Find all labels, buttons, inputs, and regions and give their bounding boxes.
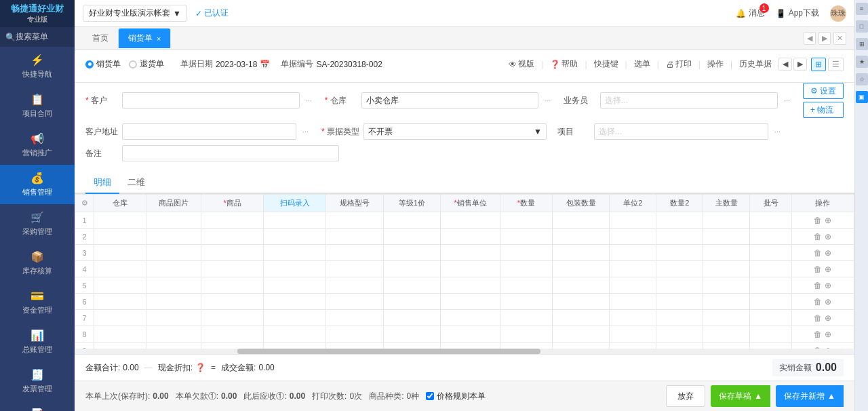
right-panel-icon-3[interactable]: ⊞	[856, 38, 868, 50]
remark-input[interactable]	[122, 145, 339, 161]
row-delete-icon-8[interactable]: 🗑	[814, 330, 822, 339]
customer-input[interactable]	[122, 92, 300, 109]
calendar-icon[interactable]: 📅	[260, 60, 270, 69]
row-delete-icon-6[interactable]: 🗑	[814, 297, 822, 307]
cell-quantity-1[interactable]	[500, 212, 553, 229]
toolbar-prev-icon[interactable]: ◀	[778, 58, 792, 71]
toolbar-next-icon[interactable]: ▶	[793, 58, 807, 71]
cell-product-1[interactable]	[201, 212, 264, 229]
toolbar-select[interactable]: 选单	[631, 57, 653, 71]
col-quickinput-header[interactable]: 扫码录入	[264, 195, 326, 212]
cell-spec-1[interactable]	[326, 212, 383, 229]
row-copy-icon-1[interactable]: ⊕	[825, 216, 831, 225]
company-selector[interactable]: 好业财专业版演示帐套 ▼	[83, 5, 187, 22]
toolbar-help[interactable]: ❓ 帮助	[547, 57, 580, 71]
cell-unit-1[interactable]	[441, 212, 500, 229]
salesperson-dots[interactable]: ···	[782, 96, 792, 104]
horizontal-scrollbar[interactable]	[85, 349, 844, 354]
address-dots[interactable]: ···	[300, 128, 311, 136]
tab-next-icon[interactable]: ▶	[818, 32, 831, 45]
cell-price1-1[interactable]	[383, 212, 440, 229]
row-delete-icon-1[interactable]: 🗑	[814, 216, 822, 225]
tab-detail-mingxi[interactable]: 明细	[85, 172, 119, 194]
cell-quickinput-1[interactable]	[264, 212, 326, 229]
messages-btn[interactable]: 🔔 消息 1	[736, 7, 765, 19]
row-delete-icon-7[interactable]: 🗑	[814, 313, 822, 323]
salesperson-input[interactable]: 选择...	[600, 92, 778, 109]
row-copy-icon-2[interactable]: ⊕	[825, 232, 831, 241]
price-check[interactable]: 价格规则本单	[426, 391, 486, 402]
sidebar-item-purchase[interactable]: 🛒 采购管理	[0, 204, 75, 243]
tab-close-all-icon[interactable]: ✕	[833, 32, 846, 45]
row-copy-icon-6[interactable]: ⊕	[825, 297, 831, 307]
table-row: 6 🗑⊕	[75, 294, 854, 310]
cell-packqty-1[interactable]	[552, 212, 609, 229]
toolbar-operations[interactable]: 操作	[705, 57, 726, 71]
project-dots[interactable]: ···	[772, 128, 783, 136]
right-panel-icon-5[interactable]: ☆	[856, 73, 868, 85]
help-icon-discount[interactable]: ❓	[195, 363, 205, 372]
sidebar-item-marketing[interactable]: 📢 营销推广	[0, 125, 75, 165]
save-new-button[interactable]: 保存并新增 ▲	[776, 385, 844, 407]
toolbar-shortcut[interactable]: 快捷键	[591, 57, 621, 71]
list-view-icon[interactable]: ☰	[828, 58, 844, 71]
price-checkbox[interactable]	[426, 392, 434, 400]
toolbar-view[interactable]: 👁 视版	[506, 57, 537, 71]
warehouse-dots[interactable]: ···	[542, 96, 553, 104]
project-icon: 📋	[31, 93, 44, 106]
setup-button[interactable]: ⚙ 设置	[803, 83, 844, 99]
cell-mainqty-1[interactable]	[703, 212, 750, 229]
radio-sales[interactable]: 销货单	[85, 58, 121, 70]
tab-home[interactable]: 首页	[83, 28, 119, 48]
sidebar-item-project[interactable]: 📋 项目合同	[0, 86, 75, 125]
cell-batchno-1[interactable]	[750, 212, 791, 229]
abandon-button[interactable]: 放弃	[666, 385, 705, 407]
row-delete-icon-5[interactable]: 🗑	[814, 281, 822, 290]
cell-qty2-1[interactable]	[656, 212, 703, 229]
row-copy-icon-7[interactable]: ⊕	[825, 313, 831, 323]
row-delete-icon-2[interactable]: 🗑	[814, 232, 822, 241]
sidebar-item-inventory[interactable]: 📦 库存核算	[0, 243, 75, 283]
scrollbar-thumb[interactable]	[237, 349, 540, 354]
user-avatar[interactable]: 珠珠	[830, 5, 846, 22]
purchase-icon: 🛒	[31, 211, 44, 224]
sidebar-item-invoice[interactable]: 🧾 发票管理	[0, 361, 75, 401]
sidebar-item-quicknav[interactable]: ⚡ 快捷导航	[0, 47, 75, 86]
sidebar-item-finance[interactable]: 💳 资金管理	[0, 283, 75, 322]
logistics-button[interactable]: + 物流	[803, 102, 844, 118]
app-download-btn[interactable]: 📱 App下载	[776, 7, 819, 19]
tab-sales-order[interactable]: 销货单 ×	[119, 28, 171, 48]
right-panel-icon-6[interactable]: ▣	[856, 91, 868, 103]
cell-image-1[interactable]	[146, 212, 201, 229]
warehouse-input[interactable]: 小卖仓库	[361, 92, 539, 109]
toolbar-history[interactable]: 历史单据	[736, 57, 774, 71]
row-delete-icon-4[interactable]: 🗑	[814, 265, 822, 274]
toolbar-print[interactable]: 🖨 打印	[663, 57, 694, 71]
col-settings[interactable]: ⚙	[75, 195, 94, 212]
row-delete-icon-3[interactable]: 🗑	[814, 248, 822, 258]
row-copy-icon-3[interactable]: ⊕	[825, 248, 831, 258]
radio-return[interactable]: 退货单	[129, 58, 164, 70]
sidebar-item-accounting[interactable]: 📊 总账管理	[0, 322, 75, 361]
invoice-select[interactable]: 不开票 ▼	[363, 123, 547, 140]
row-copy-icon-8[interactable]: ⊕	[825, 330, 831, 339]
tab-close-icon[interactable]: ×	[157, 35, 161, 43]
sidebar-item-tax[interactable]: 📑 税务管理	[0, 401, 75, 411]
row-copy-icon-5[interactable]: ⊕	[825, 281, 831, 290]
grid-view-icon[interactable]: ⊞	[811, 58, 826, 71]
sidebar-item-sales[interactable]: 💰 销售管理	[0, 165, 75, 204]
row-copy-icon-4[interactable]: ⊕	[825, 265, 831, 274]
save-draft-button[interactable]: 保存草稿 ▲	[711, 385, 770, 407]
sidebar-search[interactable]: 🔍 搜索菜单	[0, 27, 75, 47]
project-input[interactable]: 选择...	[594, 123, 768, 140]
right-panel-icon-4[interactable]: ★	[856, 56, 868, 68]
tab-detail-erwei[interactable]: 二维	[119, 172, 153, 193]
address-input[interactable]	[122, 123, 296, 140]
right-panel-icon-2[interactable]: □	[856, 20, 868, 33]
tab-prev-icon[interactable]: ◀	[804, 32, 816, 45]
chevron-up-icon-2: ▲	[827, 391, 835, 401]
customer-dots[interactable]: ···	[304, 96, 314, 104]
right-panel-icon-1[interactable]: ≡	[856, 3, 868, 15]
cell-warehouse-1[interactable]	[94, 212, 146, 229]
cell-unit2-1[interactable]	[610, 212, 656, 229]
